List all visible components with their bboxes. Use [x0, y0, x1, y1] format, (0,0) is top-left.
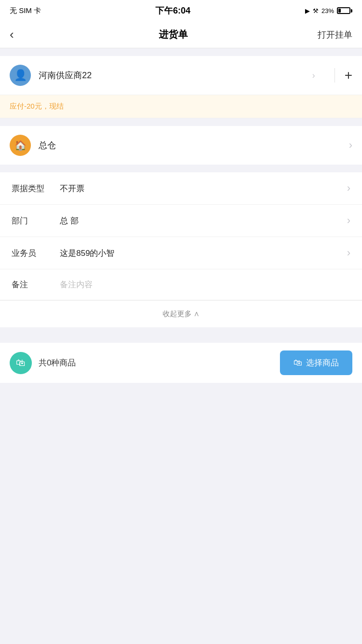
back-button[interactable]: ‹: [10, 27, 29, 42]
ticket-type-row[interactable]: 票据类型 不开票: [0, 172, 362, 205]
time-text: 下午6:04: [155, 5, 190, 16]
ticket-type-value: 不开票: [60, 183, 343, 194]
select-product-button[interactable]: 🛍 选择商品: [280, 350, 352, 375]
collapse-button[interactable]: 收起更多 ∧: [0, 300, 362, 327]
section-gap-1: [0, 48, 362, 56]
sales-rep-value: 这是859的小智: [60, 248, 343, 259]
status-indicators: ▶ ⚒ 23%: [305, 7, 352, 14]
add-supplier-button[interactable]: +: [345, 68, 352, 83]
warehouse-row[interactable]: 🏠 总仓: [0, 126, 362, 165]
product-bar: 🛍 共0种商品 🛍 选择商品: [0, 343, 362, 383]
supplier-name: 河南供应商22: [39, 70, 312, 81]
department-value: 总 部: [60, 215, 343, 226]
form-card: 票据类型 不开票 部门 总 部 业务员 这是859的小智 备注 备注内容 收起更…: [0, 172, 362, 327]
open-pending-button[interactable]: 打开挂单: [318, 29, 352, 41]
product-count-text: 共0种商品: [39, 357, 280, 368]
supplier-row[interactable]: 👤 河南供应商22 › +: [0, 56, 362, 95]
page-title: 进货单: [159, 28, 188, 41]
supplier-divider: [334, 68, 335, 83]
ticket-type-chevron-icon: [347, 182, 350, 195]
section-gap-2: [0, 118, 362, 126]
sales-rep-chevron-icon: [347, 247, 350, 259]
department-chevron-icon: [347, 214, 350, 227]
collapse-label: 收起更多 ∧: [163, 309, 199, 318]
remarks-label: 备注: [12, 279, 55, 290]
product-icon: 🛍: [16, 357, 26, 368]
department-row[interactable]: 部门 总 部: [0, 205, 362, 237]
select-product-label: 选择商品: [306, 357, 339, 368]
warehouse-card[interactable]: 🏠 总仓: [0, 126, 362, 165]
location-icon: ▶: [305, 7, 310, 14]
battery-icon: [337, 7, 352, 14]
select-product-icon: 🛍: [293, 358, 302, 368]
warehouse-name: 总仓: [39, 140, 349, 151]
supplier-avatar: 👤: [10, 65, 31, 86]
warehouse-icon: 🏠: [14, 140, 27, 151]
user-icon: 👤: [14, 69, 27, 82]
alarm-icon: ⚒: [313, 7, 319, 14]
nav-bar: ‹ 进货单 打开挂单: [0, 21, 362, 48]
warehouse-icon-wrap: 🏠: [10, 135, 31, 156]
department-label: 部门: [12, 215, 55, 226]
section-gap-3: [0, 165, 362, 172]
notice-text: 应付-20元，现结: [10, 102, 64, 110]
ticket-type-label: 票据类型: [12, 183, 55, 194]
warehouse-chevron-icon: [349, 139, 352, 152]
sales-rep-label: 业务员: [12, 248, 55, 259]
supplier-chevron-icon: ›: [312, 70, 315, 81]
sales-rep-row[interactable]: 业务员 这是859的小智: [0, 237, 362, 269]
notice-banner: 应付-20元，现结: [0, 95, 362, 118]
status-bar: 无 SIM 卡 下午6:04 ▶ ⚒ 23%: [0, 0, 362, 21]
remarks-input[interactable]: 备注内容: [60, 279, 350, 290]
product-icon-wrap: 🛍: [10, 352, 32, 374]
remarks-row[interactable]: 备注 备注内容: [0, 269, 362, 300]
supplier-card: 👤 河南供应商22 › + 应付-20元，现结: [0, 56, 362, 118]
battery-percent: 23%: [321, 7, 334, 14]
carrier-text: 无 SIM 卡: [10, 6, 41, 15]
section-gap-4: [0, 327, 362, 335]
